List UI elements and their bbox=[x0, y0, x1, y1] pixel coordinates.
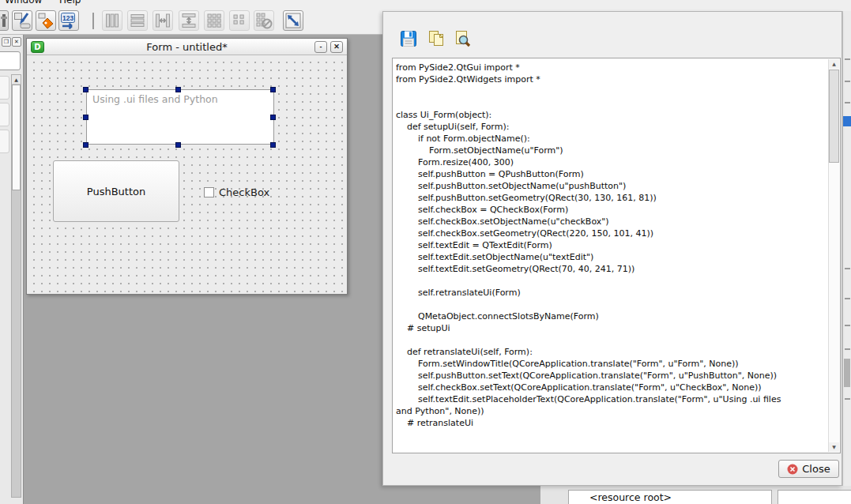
widget-box-category[interactable] bbox=[0, 103, 9, 126]
widget-box-scrollbar[interactable]: ▲ bbox=[11, 74, 21, 498]
widget-filter-input[interactable] bbox=[0, 51, 21, 70]
close-window-button[interactable]: ✕ bbox=[330, 41, 343, 53]
tree-branch-mark bbox=[845, 398, 850, 400]
close-button-label: Close bbox=[802, 463, 830, 475]
scrollbar-thumb[interactable] bbox=[829, 70, 839, 163]
layout-horizontal-glyph bbox=[104, 12, 121, 29]
adjust-size-glyph bbox=[284, 12, 302, 29]
edit-buddies-icon[interactable] bbox=[36, 10, 56, 31]
scroll-up-icon[interactable]: ▲ bbox=[829, 59, 839, 69]
tree-branch-mark bbox=[845, 58, 850, 60]
edit-tab-order-icon[interactable]: 123 bbox=[58, 10, 79, 31]
layout-vertical-splitter-icon[interactable] bbox=[179, 10, 199, 31]
splitter-horizontal-glyph bbox=[154, 12, 171, 29]
menu-bar: Window Help bbox=[0, 0, 363, 7]
widget-box-close-icon[interactable]: ✕ bbox=[12, 37, 21, 47]
copy-glyph bbox=[427, 29, 446, 48]
break-layout-icon[interactable] bbox=[254, 10, 274, 31]
find-glyph bbox=[453, 29, 472, 48]
layout-horizontal-splitter-icon[interactable] bbox=[153, 10, 173, 31]
selection-handle-n[interactable] bbox=[175, 87, 181, 92]
selection-handle-sw[interactable] bbox=[83, 142, 88, 148]
tree-branch-mark bbox=[845, 81, 850, 82]
selection-handle-ne[interactable] bbox=[270, 87, 276, 92]
adjust-size-icon[interactable] bbox=[283, 10, 303, 31]
form-layout-glyph bbox=[231, 12, 248, 29]
break-layout-glyph bbox=[255, 12, 273, 29]
resource-list[interactable] bbox=[778, 490, 851, 504]
layout-vertical-glyph bbox=[129, 12, 146, 29]
right-dock-edge bbox=[842, 11, 851, 504]
minimize-button[interactable]: - bbox=[314, 41, 327, 53]
selection-handle-w[interactable] bbox=[83, 115, 88, 120]
scroll-down-icon[interactable]: ▼ bbox=[829, 442, 839, 452]
textedit-placeholder: Using .ui files and Python bbox=[92, 93, 218, 105]
save-icon[interactable] bbox=[398, 29, 419, 50]
splitter-vertical-glyph bbox=[180, 12, 198, 29]
tree-branch-mark bbox=[845, 268, 850, 269]
tab-order-glyph: 123 bbox=[60, 12, 77, 29]
menu-window[interactable]: Window bbox=[5, 0, 42, 6]
edit-signals-slots-icon[interactable] bbox=[12, 10, 32, 31]
view-code-dialog: from PySide2.QtGui import * from PySide2… bbox=[382, 11, 842, 486]
save-glyph bbox=[399, 29, 418, 48]
find-icon[interactable] bbox=[452, 29, 473, 50]
form-titlebar[interactable]: D Form - untitled* - ✕ bbox=[27, 39, 347, 55]
scrollbar-thumb[interactable] bbox=[844, 359, 850, 387]
widget-box-float-icon[interactable]: ❐ bbox=[2, 37, 11, 47]
generated-code[interactable]: from PySide2.QtGui import * from PySide2… bbox=[396, 62, 827, 451]
layout-grid-icon[interactable] bbox=[204, 10, 224, 31]
svg-text:123: 123 bbox=[62, 14, 73, 22]
selection-handle-s[interactable] bbox=[175, 142, 181, 148]
layout-vertically-icon[interactable] bbox=[127, 10, 148, 31]
selected-row-edge bbox=[843, 116, 851, 126]
code-scrollbar[interactable]: ▲ ▼ bbox=[828, 59, 839, 452]
selection-handle-nw[interactable] bbox=[83, 87, 88, 92]
resource-browser-panel: <resource root> bbox=[540, 486, 851, 504]
grid-layout-glyph bbox=[205, 12, 223, 29]
tree-branch-mark bbox=[845, 298, 850, 299]
menu-help[interactable]: Help bbox=[59, 0, 81, 6]
widget-box-category[interactable] bbox=[0, 130, 9, 153]
tree-branch-mark bbox=[845, 325, 850, 326]
widget-box-panel: ❐ ✕ ▲ bbox=[0, 35, 24, 504]
buddy-tag-glyph bbox=[37, 12, 55, 29]
form-window-title: Form - untitled* bbox=[27, 41, 347, 53]
layout-form-icon[interactable] bbox=[229, 10, 250, 31]
selection-handle-e[interactable] bbox=[270, 115, 276, 120]
resource-root-item[interactable]: <resource root> bbox=[589, 491, 672, 503]
tree-branch-mark bbox=[845, 102, 850, 103]
resource-tree[interactable]: <resource root> bbox=[568, 490, 772, 504]
scroll-up-icon[interactable]: ▲ bbox=[12, 75, 21, 84]
scrollbar-thumb[interactable] bbox=[12, 85, 21, 190]
tree-branch-mark bbox=[845, 348, 850, 350]
close-dialog-button[interactable]: Close bbox=[778, 460, 839, 478]
widget-box-category[interactable] bbox=[0, 76, 9, 100]
pushbutton-label: PushButton bbox=[87, 186, 145, 197]
toolbar-separator bbox=[92, 13, 94, 29]
edit-widgets-glyph bbox=[0, 12, 7, 29]
code-view[interactable]: from PySide2.QtGui import * from PySide2… bbox=[392, 58, 841, 453]
edit-widgets-icon[interactable] bbox=[0, 10, 9, 31]
pushbutton-widget[interactable]: PushButton bbox=[53, 160, 179, 222]
signal-slot-glyph bbox=[13, 12, 31, 29]
textedit-widget[interactable]: Using .ui files and Python bbox=[86, 89, 274, 145]
close-circle-icon bbox=[787, 464, 798, 475]
form-editor-window: D Form - untitled* - ✕ Using .ui files a… bbox=[26, 38, 348, 295]
copy-icon[interactable] bbox=[426, 29, 446, 50]
checkbox-indicator[interactable] bbox=[204, 187, 214, 197]
checkbox-label: CheckBox bbox=[219, 186, 269, 198]
selection-handle-se[interactable] bbox=[270, 142, 276, 148]
layout-horizontally-icon[interactable] bbox=[102, 10, 122, 31]
